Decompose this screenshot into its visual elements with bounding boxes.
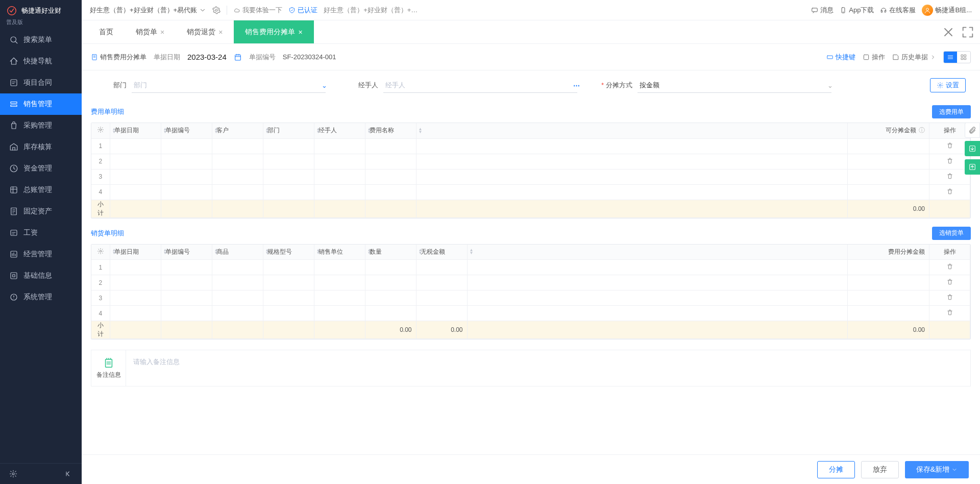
tab-label: 销货单 (136, 28, 157, 37)
view-list-button[interactable] (944, 52, 957, 63)
handler-label: 经手人 (348, 81, 378, 90)
messages-label: 消息 (820, 6, 834, 15)
dept-input[interactable] (132, 78, 326, 93)
attachment-button[interactable] (965, 123, 980, 138)
sidebar-item-2[interactable]: 项目合同 (0, 72, 82, 93)
calendar-icon[interactable] (234, 53, 242, 61)
grid-icon (960, 54, 967, 61)
select-sales-button[interactable]: 选销货单 (932, 227, 971, 240)
context-text: 好生意（普）+好业财（普）+… (324, 6, 418, 15)
trash-icon[interactable] (946, 278, 953, 285)
chevron-down-icon (199, 7, 206, 14)
table-row[interactable]: 2 (91, 154, 970, 169)
gear-icon[interactable] (97, 126, 104, 133)
chevron-right-icon (930, 54, 936, 60)
tab-0[interactable]: 首页 (88, 20, 125, 43)
sidebar-item-label: 固定资产 (23, 207, 52, 216)
gear-icon[interactable] (212, 6, 220, 14)
fullscreen-button[interactable] (961, 25, 975, 39)
table-row[interactable]: 1 (91, 138, 970, 154)
trash-icon[interactable] (946, 173, 953, 180)
product-combo[interactable]: 好生意（普）+好业财（普）+易代账 (90, 6, 206, 15)
select-expense-button[interactable]: 选费用单 (932, 105, 971, 118)
verified-label: 已认证 (298, 6, 317, 15)
save-new-button[interactable]: 保存&新增 (905, 461, 969, 478)
shield-icon (288, 7, 296, 14)
menu-icon (9, 35, 18, 44)
allocate-button[interactable]: 分摊 (817, 461, 855, 478)
ops-button[interactable]: 操作 (863, 53, 885, 62)
close-icon[interactable]: × (160, 28, 164, 36)
import-button[interactable] (965, 141, 980, 156)
sidebar-item-10[interactable]: 经营管理 (0, 244, 82, 265)
close-icon[interactable]: × (218, 28, 223, 36)
messages-link[interactable]: 消息 (811, 6, 834, 15)
sidebar-item-0[interactable]: 搜索菜单 (0, 29, 82, 51)
method-input[interactable] (638, 78, 831, 93)
svg-rect-20 (864, 55, 868, 59)
doc-icon (91, 54, 98, 61)
gear-icon[interactable] (97, 248, 104, 255)
user-menu[interactable]: 畅捷通B组... (922, 5, 972, 16)
doc-date-value[interactable]: 2023-03-24 (187, 53, 227, 61)
tab-2[interactable]: 销货退货× (176, 20, 234, 43)
brand-name: 畅捷通好业财 (21, 6, 61, 15)
settings-icon[interactable] (9, 470, 17, 478)
sidebar-item-6[interactable]: 资金管理 (0, 158, 82, 179)
shortcut-button[interactable]: 快捷键 (826, 53, 855, 62)
sidebar-item-11[interactable]: 基础信息 (0, 265, 82, 286)
trash-icon[interactable] (946, 142, 953, 149)
tab-label: 销货退货 (187, 28, 215, 37)
tab-1[interactable]: 销货单× (125, 20, 176, 43)
view-grid-button[interactable] (957, 52, 970, 63)
table-row[interactable]: 3 (91, 169, 970, 184)
sidebar-item-8[interactable]: 固定资产 (0, 201, 82, 222)
sidebar-item-9[interactable]: 工资 (0, 222, 82, 244)
table-row[interactable]: 3 (91, 291, 970, 306)
sidebar-item-5[interactable]: 库存核算 (0, 136, 82, 158)
menu-icon (9, 207, 18, 216)
verified-badge[interactable]: 已认证 (288, 6, 317, 15)
table-row[interactable]: 4 (91, 306, 970, 321)
view-toggle (943, 51, 971, 63)
table-row[interactable]: 1 (91, 260, 970, 275)
app-download-link[interactable]: App下载 (840, 6, 874, 15)
topbar: 好生意（普）+好业财（普）+易代账 我要体验一下 已认证 好生意（普）+好业财（… (82, 0, 980, 20)
tab-3[interactable]: 销售费用分摊单× (234, 20, 313, 43)
close-all-tabs-button[interactable] (941, 25, 955, 39)
sidebar-item-1[interactable]: 快捷导航 (0, 51, 82, 72)
tab-label: 首页 (99, 28, 113, 37)
more-icon[interactable]: ⋯ (573, 82, 581, 89)
table-row[interactable]: 4 (91, 184, 970, 200)
sidebar-item-3[interactable]: 销售管理 (0, 93, 82, 115)
sidebar-item-12[interactable]: 系统管理 (0, 286, 82, 308)
chevron-down-icon[interactable]: ⌄ (322, 82, 327, 89)
gear-icon (937, 82, 944, 89)
trash-icon[interactable] (946, 309, 953, 316)
support-link[interactable]: 在线客服 (880, 6, 916, 15)
sidebar-item-label: 资金管理 (23, 164, 52, 173)
try-link[interactable]: 我要体验一下 (233, 6, 282, 15)
doc-no-label: 单据编号 (249, 53, 276, 62)
svg-rect-14 (812, 8, 818, 11)
history-button[interactable]: 历史单据 (892, 53, 936, 62)
tab-bar: 首页销货单×销货退货×销售费用分摊单× (82, 20, 980, 44)
sidebar-item-label: 工资 (23, 228, 38, 237)
collapse-icon[interactable] (64, 470, 72, 478)
svg-rect-21 (961, 55, 963, 57)
export-button[interactable] (965, 159, 980, 175)
sidebar-item-4[interactable]: 采购管理 (0, 115, 82, 136)
table-row[interactable]: 2 (91, 275, 970, 291)
settings-button[interactable]: 设置 (930, 78, 966, 92)
trash-icon[interactable] (946, 294, 953, 301)
chevron-down-icon[interactable]: ⌄ (827, 82, 833, 89)
handler-input[interactable] (383, 78, 577, 93)
remarks-input[interactable] (126, 350, 970, 386)
trash-icon[interactable] (946, 188, 953, 195)
discard-button[interactable]: 放弃 (861, 461, 899, 478)
sidebar-menu: 搜索菜单快捷导航项目合同销售管理采购管理库存核算资金管理总账管理固定资产工资经营… (0, 29, 82, 463)
sidebar-item-7[interactable]: 总账管理 (0, 179, 82, 201)
trash-icon[interactable] (946, 263, 953, 270)
close-icon[interactable]: × (298, 28, 302, 36)
trash-icon[interactable] (946, 157, 953, 164)
